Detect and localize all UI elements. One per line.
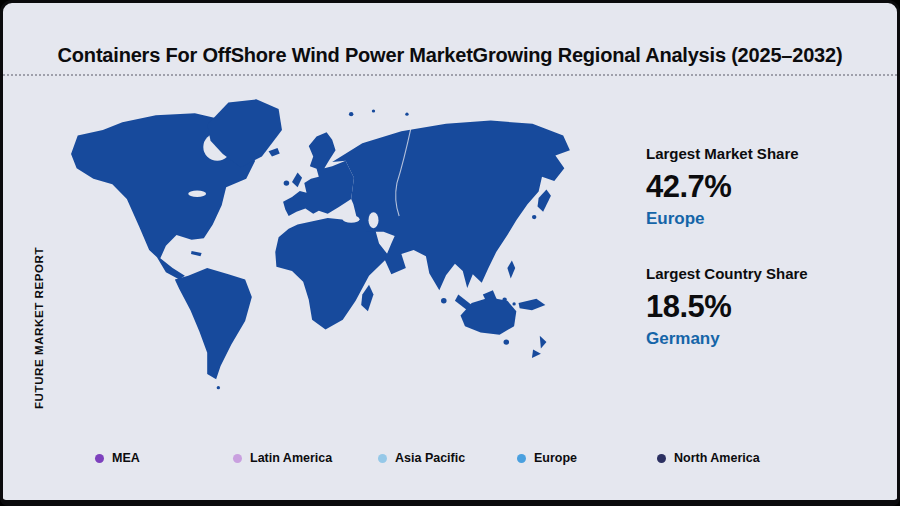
stat-label: Largest Market Share [646, 145, 896, 162]
legend-label: MEA [112, 451, 140, 465]
brand-vertical-label: FUTURE MARKET REPORT [33, 231, 45, 409]
arctic-island [372, 109, 375, 112]
stat-country-share: Largest Country Share 18.5% Germany [646, 265, 896, 349]
new-zealand-south [532, 350, 541, 358]
latin-america-dot-icon [233, 454, 242, 463]
caspian-sea [368, 212, 378, 228]
legend-item-asia-pacific: Asia Pacific [378, 451, 465, 465]
legend-item-north-america: North America [657, 451, 760, 465]
stat-market-share: Largest Market Share 42.7% Europe [646, 145, 896, 229]
page-title: Containers For OffShore Wind Power Marke… [3, 44, 897, 67]
madagascar [361, 285, 373, 312]
continent-south-america [175, 268, 252, 379]
dotted-divider [3, 74, 897, 76]
sri-lanka [441, 298, 447, 303]
legend-label: Asia Pacific [395, 451, 465, 465]
svalbard-islands [349, 112, 353, 116]
japan-south-island [532, 215, 536, 219]
stat-label: Largest Country Share [646, 265, 896, 282]
europe-dot-icon [517, 454, 526, 463]
stat-value: 18.5% [646, 289, 896, 325]
great-britain [292, 173, 302, 188]
legend-label: North America [674, 451, 760, 465]
legend-item-mea: MEA [95, 451, 140, 465]
philippines [507, 260, 515, 278]
asia-pacific-dot-icon [378, 454, 387, 463]
world-map-image [61, 93, 619, 411]
ireland [284, 180, 290, 185]
great-lakes [188, 191, 206, 197]
iceland [269, 148, 280, 156]
legend-item-latin-america: Latin America [233, 451, 332, 465]
black-sea [343, 215, 360, 222]
continent-africa [275, 218, 389, 329]
cuba-island [191, 251, 202, 256]
legend-label: Latin America [250, 451, 332, 465]
stats-panel: Largest Market Share 42.7% Europe Larges… [646, 145, 896, 385]
infographic-card: Containers For OffShore Wind Power Marke… [0, 0, 900, 506]
legend-item-europe: Europe [517, 451, 577, 465]
tasmania [503, 339, 509, 344]
stat-region: Europe [646, 209, 896, 229]
new-guinea [519, 299, 546, 311]
arctic-island-2 [405, 113, 408, 116]
falkland-islands [217, 386, 220, 389]
continent-europe [283, 132, 354, 216]
maluku-island [512, 302, 515, 305]
legend-label: Europe [534, 451, 577, 465]
japan [538, 189, 551, 211]
stat-region: Germany [646, 329, 896, 349]
new-zealand-north [540, 336, 547, 349]
stat-value: 42.7% [646, 169, 896, 205]
mea-dot-icon [95, 454, 104, 463]
north-america-dot-icon [657, 454, 666, 463]
